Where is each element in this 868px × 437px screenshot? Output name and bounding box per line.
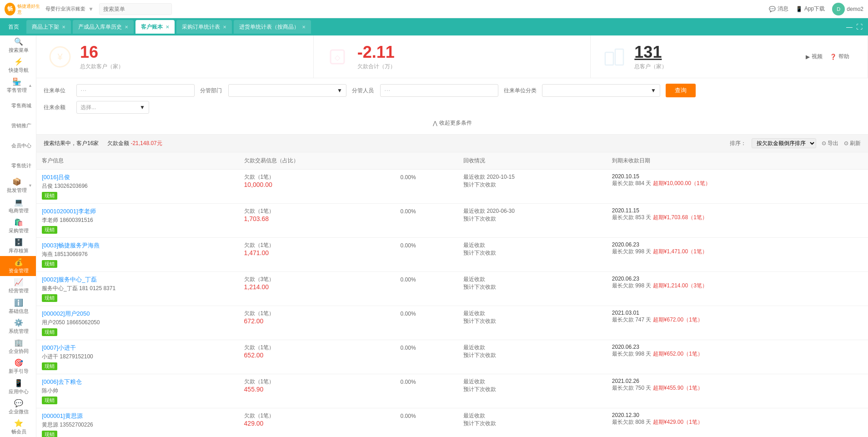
sidebar-item-search[interactable]: 🔍 搜索菜单 (0, 35, 36, 55)
tab-produce-history[interactable]: 产成品入库单历史 ✕ (73, 20, 134, 34)
batch-mgmt-icon: 📦 (12, 177, 21, 186)
cell-due-5: 2020.06.23 最长欠款 998 天 超期¥652.00（1笔） (607, 340, 868, 374)
sidebar-item-inventory[interactable]: 🗄️ 库存核算 (0, 236, 36, 256)
filter-select-dept[interactable]: ▼ (228, 84, 346, 97)
tab-purchase-order-close[interactable]: ✕ (223, 25, 226, 30)
overdue-link-0[interactable]: 超期¥10,000.00（1笔） (653, 180, 711, 186)
sidebar-item-purchase[interactable]: 🛍️ 采购管理 (0, 216, 36, 236)
sort-select[interactable]: 按欠款金额倒序排序 (752, 138, 816, 148)
tab-home-label: 首页 (8, 23, 19, 31)
overdue-link-7[interactable]: 超期¥429.00（1笔） (653, 419, 703, 425)
sidebar-item-retail-stats[interactable]: 零售统计 (0, 156, 36, 176)
debt-count-0: 欠款（1笔） (244, 173, 390, 181)
export-icon: ⊙ (822, 140, 826, 146)
overdue-link-4[interactable]: 超期¥672.00（1笔） (653, 316, 703, 323)
finance-icon: 💰 (14, 258, 23, 266)
sidebar-item-finance[interactable]: 💰 资金管理 (0, 256, 36, 276)
sidebar-item-app-center[interactable]: 📱 应用中心 (0, 377, 36, 397)
filter-select-balance[interactable]: 选择... ▼ (76, 101, 149, 114)
cell-recovery-1: 最近收款 2020-06-30 预计下次收款 (458, 204, 607, 238)
tab-product-offline-close[interactable]: ✕ (62, 25, 65, 30)
app-download-btn[interactable]: 📱 App下载 (796, 5, 825, 13)
customer-name-link-5[interactable]: [0007]小进干 (42, 344, 76, 351)
debt-amount-3[interactable]: 1,214.00 (244, 283, 390, 291)
sidebar-item-retail-mall[interactable]: 零售商城 (0, 95, 36, 116)
tab-produce-history-close[interactable]: ✕ (125, 25, 128, 30)
debt-count-6: 欠款（1笔） (244, 378, 390, 386)
overdue-days-3: 最长欠款 998 天 超期¥1,214.00（3笔） (612, 282, 863, 290)
sidebar-item-system[interactable]: ⚙️ 系统管理 (0, 316, 36, 337)
search-input[interactable] (99, 3, 172, 15)
customer-name-link-4[interactable]: [000002]用户2050 (42, 310, 90, 317)
export-btn[interactable]: ⊙ 导出 (822, 140, 838, 147)
filter-input-manager[interactable]: ··· (380, 84, 498, 97)
debt-amount-4[interactable]: 672.00 (244, 317, 390, 325)
debt-pct-3: 0.00% (401, 276, 453, 283)
sidebar-item-newbie[interactable]: 🎯 新手引导 (0, 357, 36, 377)
debt-amount-5[interactable]: 652.00 (244, 352, 390, 359)
customer-sub-7: 黄思源 13552700226 (42, 421, 233, 429)
sidebar-item-business[interactable]: 📈 经营管理 (0, 276, 36, 296)
sidebar-item-enterprise-wx[interactable]: 💬 企业微信 (0, 397, 36, 417)
customer-name-link-0[interactable]: [0016]吕俊 (42, 174, 70, 181)
sidebar-item-marketing[interactable]: 营销推广 (0, 116, 36, 136)
debt-amount-1[interactable]: 1,703.68 (244, 215, 390, 222)
debt-amount-7[interactable]: 429.00 (244, 420, 390, 427)
filter-manager-dots-icon: ··· (384, 86, 390, 95)
due-date-4: 2021.03.01 (612, 310, 863, 316)
overdue-link-6[interactable]: 超期¥455.90（1笔） (653, 385, 703, 391)
tab-home[interactable]: 首页 (3, 20, 25, 34)
help-btn[interactable]: ❓ 帮助 (830, 53, 849, 60)
filter-label-manager: 分管人员 (352, 87, 375, 95)
customer-name-link-1[interactable]: [0001020001]李老师 (42, 208, 96, 215)
tab-customer-account[interactable]: 客户账本 ✕ (135, 20, 175, 34)
sidebar-item-member-plus[interactable]: ⭐ 畅会员 (0, 417, 36, 437)
collapse-row: ⋀ 收起更多条件 (44, 117, 861, 129)
sidebar-item-enterprise[interactable]: 🏢 企业协同 (0, 337, 36, 357)
search-area (99, 3, 172, 15)
refresh-btn[interactable]: ⊙ 刷新 (844, 140, 861, 147)
data-table: 客户信息 欠款交易信息（占比） 回收情况 到期未收款日期 [0016]吕俊 吕俊… (36, 152, 868, 437)
sidebar-item-quick-nav[interactable]: ⚡ 快捷导航 (0, 55, 36, 75)
filter-select-unit-type[interactable]: ▼ (542, 84, 660, 97)
suite-dropdown-icon[interactable]: ▼ (88, 6, 94, 12)
customer-name-link-2[interactable]: [0003]畅捷服务尹海燕 (42, 242, 100, 249)
tab-purchase-order[interactable]: 采购订单统计表 ✕ (176, 20, 232, 34)
video-btn[interactable]: ▶ 视频 (806, 53, 823, 60)
last-collect-0: 最近收款 2020-10-15 (463, 173, 601, 181)
sidebar-item-batch-mgmt[interactable]: 📦 批发管理 ▼ (0, 176, 36, 196)
debt-amount-6[interactable]: 455.90 (244, 386, 390, 393)
tab-maximize-icon[interactable]: ⛶ (856, 23, 863, 30)
collapse-button[interactable]: ⋀ 收起更多条件 (433, 119, 472, 127)
tab-product-offline[interactable]: 商品上下架 ✕ (26, 20, 71, 34)
customer-name-link-7[interactable]: [000001]黄思源 (42, 412, 83, 419)
sidebar-item-retail-mgmt[interactable]: 🏪 零售管理 ▲ (0, 75, 36, 95)
tab-purchase-stats[interactable]: 进货单统计表（按商品） ✕ (234, 20, 311, 34)
customer-tag-7: 现销 (42, 431, 57, 437)
svg-text:¥: ¥ (57, 52, 63, 62)
debt-amount-0[interactable]: 10,000.00 (244, 181, 390, 188)
customer-sub-5: 小进干 18279152100 (42, 353, 233, 361)
suite-name: 母婴行业演示账套 (45, 5, 85, 12)
sidebar-item-member[interactable]: 会员中心 (0, 136, 36, 156)
user-area[interactable]: D demo2 (832, 3, 863, 15)
overdue-link-5[interactable]: 超期¥652.00（1笔） (653, 351, 703, 357)
search-button[interactable]: 查询 (666, 84, 696, 97)
tab-customer-account-close[interactable]: ✕ (166, 25, 169, 30)
avatar: D (832, 3, 845, 15)
customer-name-link-3[interactable]: [0002]服务中心_丁磊 (42, 276, 97, 283)
video-label: 视频 (812, 53, 823, 60)
debt-amount-2[interactable]: 1,471.00 (244, 249, 390, 256)
overdue-link-3[interactable]: 超期¥1,214.00（3笔） (653, 282, 707, 289)
sidebar-item-basic-info[interactable]: ℹ️ 基础信息 (0, 296, 36, 316)
overdue-link-1[interactable]: 超期¥1,703.68（1笔） (653, 214, 707, 221)
tab-minimize-icon[interactable]: — (846, 23, 853, 30)
filter-input-from-unit[interactable]: ··· (76, 84, 195, 97)
sidebar-inventory-label: 库存核算 (9, 247, 29, 254)
overdue-link-2[interactable]: 超期¥1,471.00（1笔） (653, 248, 707, 255)
message-btn[interactable]: 💬 消息 (769, 5, 788, 13)
sidebar-item-ecommerce[interactable]: 💻 电商管理 (0, 196, 36, 216)
sidebar: 🔍 搜索菜单 ⚡ 快捷导航 🏪 零售管理 ▲ 零售商城 营销推广 会员中心 零售… (0, 35, 36, 437)
tab-purchase-stats-close[interactable]: ✕ (302, 25, 306, 30)
customer-name-link-6[interactable]: [0006]去下粮仓 (42, 378, 82, 385)
